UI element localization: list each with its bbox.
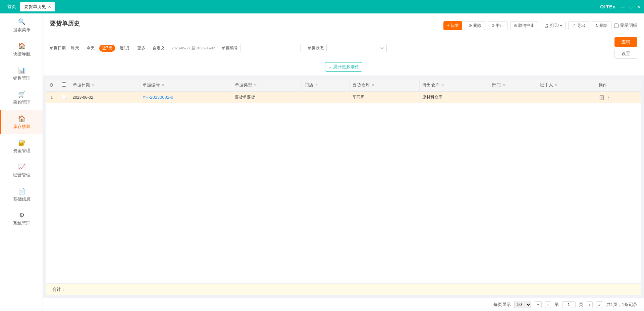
sidebar-label-basic: 基础信息 — [13, 196, 31, 202]
row-date-0: 2023-06-02 — [70, 92, 140, 103]
export-button[interactable]: ↗ 导出 — [568, 21, 589, 30]
sidebar-item-basic[interactable]: 📄 基础信息 — [0, 183, 43, 207]
tab-home-label: 首页 — [7, 4, 16, 10]
row-docno-0: YH-20230602-0 — [140, 92, 232, 103]
docno-filter-input[interactable] — [240, 44, 301, 52]
col-date-header: 单据日期 ⇅ — [70, 79, 140, 92]
row-more-icon-0[interactable]: ⋮ — [606, 95, 611, 100]
col-doctype-header: 单据类型 ⇅ — [232, 79, 302, 92]
sidebar-item-shortcut[interactable]: 🏠 快捷导航 — [0, 38, 43, 62]
select-all-checkbox[interactable] — [62, 82, 66, 87]
row-req-warehouse-0: 车间库 — [350, 92, 419, 103]
col-docno-header: 单据编号 ⇅ — [140, 79, 232, 92]
col-checkbox-header — [58, 79, 70, 92]
minimize-btn[interactable]: — — [621, 4, 625, 9]
status-filter-select[interactable] — [326, 44, 387, 52]
basic-icon: 📄 — [18, 187, 25, 195]
maximize-btn[interactable]: □ — [630, 4, 632, 9]
sidebar-label-inventory: 库存核算 — [13, 124, 31, 130]
delete-button[interactable]: ⊘ 删除 — [465, 21, 485, 30]
sidebar-item-operations[interactable]: 📈 经营管理 — [0, 159, 43, 183]
column-settings-icon[interactable]: ⚙ — [49, 82, 54, 88]
docno-filter-group: 单据编号 — [222, 44, 301, 52]
tab-history[interactable]: 要货单历史 ✕ — [20, 2, 55, 11]
close-btn[interactable]: ✕ — [637, 4, 641, 9]
display-detail-label: 显示明细 — [620, 23, 637, 29]
first-page-btn[interactable]: « — [535, 301, 542, 308]
home-icon: 🏠 — [18, 42, 25, 50]
store-sort-icon[interactable]: ⇅ — [315, 83, 318, 87]
handler-sort-icon[interactable]: ⇅ — [555, 83, 557, 87]
last-page-btn[interactable]: » — [596, 301, 603, 308]
row-doctype-0: 要货单要货 — [232, 92, 302, 103]
date-range-display: 2023-05-27 至 2023-06-02 — [171, 46, 215, 51]
cancel-stop-button[interactable]: ⊘ 取消中止 — [510, 21, 538, 30]
sidebar: 🔍 搜索菜单 🏠 快捷导航 📊 销售管理 🛒 采购管理 🏠 库存核算 🔐 资金管… — [0, 13, 43, 311]
sales-icon: 📊 — [18, 66, 25, 74]
page-size-select[interactable]: 20 50 100 — [514, 301, 531, 308]
tab-home[interactable]: 首页 — [3, 2, 20, 11]
table-header: ⚙ 单据日期 ⇅ 单据编号 ⇅ — [46, 79, 641, 92]
page-number-input[interactable] — [562, 301, 576, 308]
row-checkbox-input-0[interactable] — [62, 95, 66, 99]
expand-more-btn[interactable]: ⌄ 展开更多条件 — [325, 62, 362, 72]
col-pending-warehouse-header: 待出仓库 ⇅ — [419, 79, 489, 92]
expand-more-label: 展开更多条件 — [333, 64, 359, 70]
date-sort-icon[interactable]: ⇅ — [92, 83, 95, 87]
sidebar-item-purchase[interactable]: 🛒 采购管理 — [0, 86, 43, 110]
filter-area: 单据日期 昨天 今天 近7天 近1月 更多 自定义 2023-05-27 至 2… — [43, 33, 644, 76]
department-sort-icon[interactable]: ⇅ — [503, 83, 505, 87]
sidebar-label-system: 系统管理 — [13, 220, 31, 226]
setting-button[interactable]: 设置 — [614, 49, 637, 59]
row-docno-link-0[interactable]: YH-20230602-0 — [143, 95, 173, 100]
col-store-header: 门店 ⇅ — [302, 79, 350, 92]
status-filter-label: 单据状态 — [308, 45, 324, 51]
date-btn-yesterday[interactable]: 昨天 — [68, 45, 82, 52]
date-btn-7days[interactable]: 近7天 — [99, 45, 115, 52]
query-button[interactable]: 查询 — [614, 37, 637, 47]
new-button[interactable]: + 新增 — [443, 21, 462, 30]
table-area: ⚙ 单据日期 ⇅ 单据编号 ⇅ — [46, 79, 641, 295]
main-layout: 🔍 搜索菜单 🏠 快捷导航 📊 销售管理 🛒 采购管理 🏠 库存核算 🔐 资金管… — [0, 13, 644, 311]
display-detail-group: 显示明细 — [614, 23, 637, 29]
date-btn-today[interactable]: 今天 — [84, 45, 97, 52]
row-pending-warehouse-0: 原材料仓库 — [419, 92, 489, 103]
display-detail-checkbox[interactable] — [614, 24, 619, 28]
tab-close-icon[interactable]: ✕ — [48, 5, 51, 9]
total-label: 合计： — [52, 286, 65, 293]
row-edit-icon-0[interactable]: 📋 — [599, 95, 604, 100]
sidebar-item-inventory[interactable]: 🏠 库存核算 — [0, 110, 43, 134]
inventory-icon: 🏠 — [18, 115, 25, 122]
stop-button[interactable]: ⊘ 中止 — [488, 21, 507, 30]
row-store-0 — [302, 92, 350, 103]
doctype-sort-icon[interactable]: ⇅ — [254, 83, 257, 87]
pending-warehouse-sort-icon[interactable]: ⇅ — [441, 83, 444, 87]
print-button[interactable]: 🖨 🖨 打印 打印 ▾ — [541, 21, 566, 30]
date-btn-custom[interactable]: 自定义 — [150, 45, 167, 52]
date-btn-more[interactable]: 更多 — [135, 45, 148, 52]
next-page-btn[interactable]: › — [587, 301, 593, 308]
table-footer: 合计： — [46, 283, 641, 295]
sidebar-item-search[interactable]: 🔍 搜索菜单 — [0, 13, 43, 38]
refresh-button[interactable]: ↻ 刷新 — [592, 21, 611, 30]
col-action-header: 操作 — [596, 79, 641, 92]
docno-sort-icon[interactable]: ⇅ — [162, 83, 164, 87]
total-info: 共1页，1条记录 — [606, 302, 637, 308]
page-suffix: 页 — [579, 302, 583, 308]
docno-filter-label: 单据编号 — [222, 45, 238, 51]
system-icon: ⚙ — [19, 212, 24, 219]
sidebar-item-system[interactable]: ⚙ 系统管理 — [0, 207, 43, 231]
sidebar-label-operations: 经营管理 — [13, 172, 31, 178]
search-icon: 🔍 — [18, 18, 25, 26]
page-title: 要货单历史 — [50, 19, 80, 28]
sidebar-item-sales[interactable]: 📊 销售管理 — [0, 62, 43, 86]
row-checkbox-0 — [58, 92, 70, 103]
date-btn-1month[interactable]: 近1月 — [117, 45, 133, 52]
date-filter-group: 单据日期 昨天 今天 近7天 近1月 更多 自定义 2023-05-27 至 2… — [50, 45, 215, 52]
pagination: 每页显示 20 50 100 « ‹ 第 页 › » 共1页，1条记录 — [43, 298, 644, 311]
prev-page-btn[interactable]: ‹ — [545, 301, 551, 308]
sidebar-item-finance[interactable]: 🔐 资金管理 — [0, 134, 43, 159]
sidebar-label-purchase: 采购管理 — [13, 99, 31, 105]
window-controls: OfTEn — □ ✕ — [600, 4, 641, 9]
req-warehouse-sort-icon[interactable]: ⇅ — [372, 83, 374, 87]
